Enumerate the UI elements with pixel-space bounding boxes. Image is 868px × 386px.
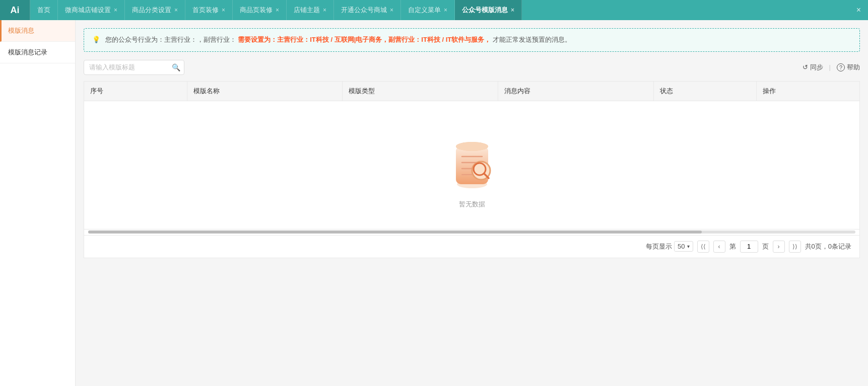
scrollbar-track[interactable] bbox=[88, 230, 855, 234]
empty-illustration bbox=[442, 131, 502, 192]
chevron-down-icon: ▾ bbox=[687, 244, 690, 249]
empty-text: 暂无数据 bbox=[84, 200, 859, 209]
page-size-box[interactable]: 50 ▾ bbox=[674, 241, 693, 252]
first-page-button[interactable]: ⟨⟨ bbox=[697, 241, 709, 253]
close-tab-product-decor[interactable]: × bbox=[276, 7, 279, 13]
top-nav: Ai 首页微商城店铺设置×商品分类设置×首页装修×商品页装修×店铺主题×开通公众… bbox=[0, 0, 868, 20]
search-input[interactable] bbox=[84, 60, 184, 75]
notice-box: 💡 您的公众号行业为：主营行业：，副营行业： 需要设置为：主营行业：IT科技 /… bbox=[84, 28, 860, 52]
close-tab-store-theme[interactable]: × bbox=[323, 7, 326, 13]
notice-highlight: 需要设置为：主营行业：IT科技 / 互联网|电子商务，副营行业：IT科技 / I… bbox=[238, 36, 491, 43]
close-tab-home-decor[interactable]: × bbox=[222, 7, 225, 13]
sync-button[interactable]: ↺ 同步 bbox=[803, 63, 823, 72]
next-page-button[interactable]: › bbox=[773, 241, 785, 253]
nav-tab-store-theme[interactable]: 店铺主题× bbox=[287, 0, 334, 20]
page-label-after: 页 bbox=[762, 242, 769, 251]
notice-prefix: 您的公众号行业为：主营行业：，副营行业： bbox=[105, 36, 236, 43]
help-icon: ? bbox=[837, 63, 845, 71]
sidebar: 模版消息模版消息记录 bbox=[0, 20, 76, 386]
svg-point-4 bbox=[456, 142, 488, 151]
bulb-icon: 💡 bbox=[92, 36, 100, 43]
notice-suffix: 才能正常发送预置的消息。 bbox=[493, 36, 571, 43]
col-header-name: 模版名称 bbox=[187, 81, 343, 101]
col-header-type: 模版类型 bbox=[343, 81, 498, 101]
col-header-seq: 序号 bbox=[84, 81, 187, 101]
close-tab-shop-settings[interactable]: × bbox=[114, 7, 117, 13]
app-logo: Ai bbox=[0, 0, 30, 20]
pagination-bar: 每页显示 50 ▾ ⟨⟨ ‹ 第 页 › ⟩⟩ 共0页，0条记录 bbox=[84, 236, 860, 258]
search-bar: 🔍 ↺ 同步 | ? 帮助 bbox=[84, 60, 860, 75]
content-area: 💡 您的公众号行业为：主营行业：，副营行业： 需要设置为：主营行业：IT科技 /… bbox=[76, 20, 868, 386]
toolbar-right: ↺ 同步 | ? 帮助 bbox=[803, 63, 860, 72]
help-label: 帮助 bbox=[847, 63, 860, 72]
nav-tabs: 首页微商城店铺设置×商品分类设置×首页装修×商品页装修×店铺主题×开通公众号商城… bbox=[30, 0, 849, 20]
page-label-before: 第 bbox=[729, 242, 736, 251]
data-table: 序号模版名称模版类型消息内容状态操作 bbox=[84, 81, 860, 101]
help-button[interactable]: ? 帮助 bbox=[837, 63, 860, 72]
nav-tab-category-settings[interactable]: 商品分类设置× bbox=[125, 0, 185, 20]
search-icon[interactable]: 🔍 bbox=[172, 63, 180, 71]
scrollbar-area[interactable] bbox=[84, 229, 860, 236]
empty-state: 暂无数据 bbox=[84, 101, 860, 229]
col-header-status: 状态 bbox=[653, 81, 757, 101]
page-size-label: 每页显示 bbox=[646, 242, 672, 251]
close-all-button[interactable]: × bbox=[849, 6, 868, 15]
page-input[interactable] bbox=[740, 241, 758, 253]
sidebar-item-template-msg-log[interactable]: 模版消息记录 bbox=[0, 42, 75, 63]
nav-tab-home-decor[interactable]: 首页装修× bbox=[185, 0, 233, 20]
nav-tab-shop-settings[interactable]: 微商城店铺设置× bbox=[58, 0, 125, 20]
page-size-select: 每页显示 50 ▾ bbox=[646, 241, 693, 252]
nav-tab-home[interactable]: 首页 bbox=[30, 0, 58, 20]
prev-page-button[interactable]: ‹ bbox=[713, 241, 725, 253]
search-input-wrap: 🔍 bbox=[84, 60, 184, 75]
sync-label: 同步 bbox=[810, 63, 823, 72]
nav-tab-open-wechat[interactable]: 开通公众号商城× bbox=[334, 0, 401, 20]
nav-tab-custom-menu[interactable]: 自定义菜单× bbox=[401, 0, 455, 20]
table-header-row: 序号模版名称模版类型消息内容状态操作 bbox=[84, 81, 860, 101]
page-size-value: 50 bbox=[678, 243, 685, 250]
col-header-action: 操作 bbox=[757, 81, 860, 101]
close-tab-category-settings[interactable]: × bbox=[174, 7, 178, 13]
close-tab-template-msg[interactable]: × bbox=[511, 7, 514, 13]
sidebar-item-template-msg[interactable]: 模版消息 bbox=[0, 20, 75, 42]
toolbar-divider: | bbox=[829, 63, 831, 71]
col-header-content: 消息内容 bbox=[498, 81, 654, 101]
sync-icon: ↺ bbox=[803, 63, 808, 71]
page-total: 共0页，0条记录 bbox=[805, 242, 851, 251]
close-tab-custom-menu[interactable]: × bbox=[444, 7, 447, 13]
scrollbar-thumb[interactable] bbox=[88, 230, 702, 234]
nav-tab-template-msg[interactable]: 公众号模版消息× bbox=[455, 0, 522, 20]
nav-tab-product-decor[interactable]: 商品页装修× bbox=[233, 0, 287, 20]
main-layout: 模版消息模版消息记录 💡 您的公众号行业为：主营行业：，副营行业： 需要设置为：… bbox=[0, 20, 868, 386]
last-page-button[interactable]: ⟩⟩ bbox=[789, 241, 801, 253]
close-tab-open-wechat[interactable]: × bbox=[390, 7, 393, 13]
